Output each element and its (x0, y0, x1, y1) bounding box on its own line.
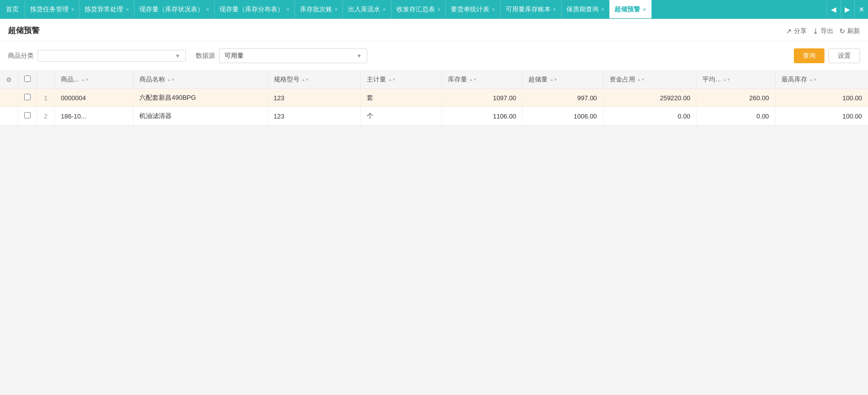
table-wrapper: ⚙ 商品... ▲▼ 商品名称 (0, 71, 868, 125)
nav-home[interactable]: 首页 (0, 0, 25, 18)
nav-arrows: ◀ ▶ ✕ (826, 0, 868, 19)
th-spec[interactable]: 规格型号 ▲▼ (267, 71, 361, 89)
share-icon: ↗ (786, 27, 792, 35)
nav-close-btn[interactable]: ✕ (854, 0, 868, 19)
tab-label: 出入库流水 (348, 5, 380, 14)
th-check (18, 71, 37, 89)
product-category-select[interactable]: ▼ (38, 50, 186, 62)
sort-icon-spec: ▲▼ (302, 78, 309, 82)
top-nav: 首页 拣货任务管理×拣货异常处理×现存量（库存状况表）×现存量（库存分布表）×库… (0, 0, 868, 19)
tab-close-tab9[interactable]: × (553, 6, 556, 12)
sort-icon-avg: ▲▼ (723, 78, 731, 82)
row-spec: 123 (267, 107, 361, 125)
tab-close-tab4[interactable]: × (286, 6, 289, 12)
th-unit[interactable]: 主计量 ▲▼ (361, 71, 441, 89)
table-body: 1 0000004 六配套新昌490BPG 123 套 1097.00 997.… (0, 89, 868, 125)
nav-tab-tab7[interactable]: 收发存汇总表× (391, 0, 446, 18)
tab-close-tab11[interactable]: × (643, 6, 646, 12)
row-capital: 259220.00 (603, 89, 696, 107)
tab-label: 现存量（库存状况表） (139, 5, 204, 14)
tab-close-tab3[interactable]: × (206, 6, 209, 12)
row-product-code: 186-10... (55, 107, 133, 125)
row-gear-cell (0, 89, 18, 107)
tab-close-tab8[interactable]: × (492, 6, 495, 12)
row-over-stock: 997.00 (522, 89, 603, 107)
nav-tab-tab2[interactable]: 拣货异常处理× (80, 0, 134, 18)
row-product-name: 机油滤清器 (133, 107, 267, 125)
sort-icon-max-stock: ▲▼ (809, 78, 817, 82)
data-source-select[interactable]: 可用量 ▼ (219, 48, 367, 63)
table-row: 1 0000004 六配套新昌490BPG 123 套 1097.00 997.… (0, 89, 868, 107)
data-source-label: 数据源 (196, 51, 215, 60)
nav-tab-tab3[interactable]: 现存量（库存状况表）× (134, 0, 215, 18)
data-source-arrow: ▼ (356, 53, 362, 59)
export-icon: ⤓ (813, 27, 819, 35)
th-gear: ⚙ (0, 71, 18, 89)
page-title: 超储预警 (8, 26, 40, 36)
row-max-stock: 100.00 (775, 107, 868, 125)
export-label: 导出 (821, 27, 833, 36)
tab-close-tab1[interactable]: × (71, 6, 74, 12)
data-source-value: 可用量 (224, 51, 244, 60)
row-stock: 1106.00 (441, 107, 522, 125)
tab-close-tab2[interactable]: × (126, 6, 129, 12)
row-product-code: 0000004 (55, 89, 133, 107)
filter-area: 商品分类 ▼ 数据源 可用量 ▼ 查询 设置 (0, 41, 868, 71)
main-table: ⚙ 商品... ▲▼ 商品名称 (0, 71, 868, 125)
th-over-stock[interactable]: 超储量 ▲▼ (522, 71, 603, 89)
row-checkbox-0[interactable] (24, 94, 31, 100)
nav-tab-tab6[interactable]: 出入库流水× (343, 0, 391, 18)
settings-button[interactable]: 设置 (828, 48, 860, 63)
th-num (37, 71, 55, 89)
row-num-cell: 2 (37, 107, 55, 125)
row-checkbox-1[interactable] (24, 112, 31, 118)
query-button[interactable]: 查询 (794, 48, 825, 63)
product-category-label: 商品分类 (8, 51, 34, 60)
th-avg[interactable]: 平均... ▲▼ (696, 71, 775, 89)
row-max-stock: 100.00 (775, 89, 868, 107)
nav-tab-tab9[interactable]: 可用量库存账本× (501, 0, 562, 18)
tab-close-tab5[interactable]: × (335, 6, 338, 12)
th-capital[interactable]: 资金占用 ▲▼ (603, 71, 696, 89)
tab-label: 超储预警 (614, 5, 640, 14)
page-container: 超储预警 ↗ 分享 ⤓ 导出 ↻ 刷新 商品分类 ▼ 数据源 (0, 19, 868, 125)
refresh-icon: ↻ (839, 27, 845, 35)
row-spec: 123 (267, 89, 361, 107)
row-stock: 1097.00 (441, 89, 522, 107)
nav-tab-tab10[interactable]: 保质期查询× (562, 0, 609, 18)
share-label: 分享 (794, 27, 807, 36)
tab-label: 可用量库存账本 (506, 5, 551, 14)
nav-tab-tab1[interactable]: 拣货任务管理× (25, 0, 80, 18)
row-avg: 0.00 (696, 107, 775, 125)
refresh-button[interactable]: ↻ 刷新 (839, 27, 860, 36)
row-check-cell (18, 107, 37, 125)
nav-prev-btn[interactable]: ◀ (826, 0, 840, 19)
th-max-stock[interactable]: 最高库存 ▲▼ (775, 71, 868, 89)
nav-tab-tab8[interactable]: 要货单统计表× (446, 0, 500, 18)
nav-tab-tab11[interactable]: 超储预警× (609, 0, 651, 18)
product-category-group: 商品分类 ▼ (8, 50, 186, 62)
nav-next-btn[interactable]: ▶ (840, 0, 854, 19)
tab-close-tab10[interactable]: × (601, 6, 604, 12)
sort-icon-over-stock: ▲▼ (550, 78, 558, 82)
th-product-code[interactable]: 商品... ▲▼ (55, 71, 133, 89)
sort-icon-capital: ▲▼ (637, 78, 645, 82)
th-product-name[interactable]: 商品名称 ▲▼ (133, 71, 267, 89)
row-capital: 0.00 (603, 107, 696, 125)
th-stock[interactable]: 库存量 ▲▼ (441, 71, 522, 89)
select-all-checkbox[interactable] (24, 76, 31, 82)
gear-settings-icon[interactable]: ⚙ (6, 76, 12, 83)
nav-tab-tab4[interactable]: 现存量（库存分布表）× (215, 0, 295, 18)
row-product-name: 六配套新昌490BPG (133, 89, 267, 107)
tab-close-tab6[interactable]: × (383, 6, 386, 12)
page-header: 超储预警 ↗ 分享 ⤓ 导出 ↻ 刷新 (0, 19, 868, 41)
refresh-label: 刷新 (847, 27, 860, 36)
nav-tab-tab5[interactable]: 库存批次账× (295, 0, 343, 18)
sort-icon-stock: ▲▼ (469, 78, 477, 82)
sort-icon-unit: ▲▼ (388, 78, 396, 82)
tab-label: 拣货任务管理 (30, 5, 69, 14)
share-button[interactable]: ↗ 分享 (786, 27, 807, 36)
export-button[interactable]: ⤓ 导出 (813, 27, 833, 36)
row-unit: 套 (361, 89, 441, 107)
tab-close-tab7[interactable]: × (437, 6, 440, 12)
